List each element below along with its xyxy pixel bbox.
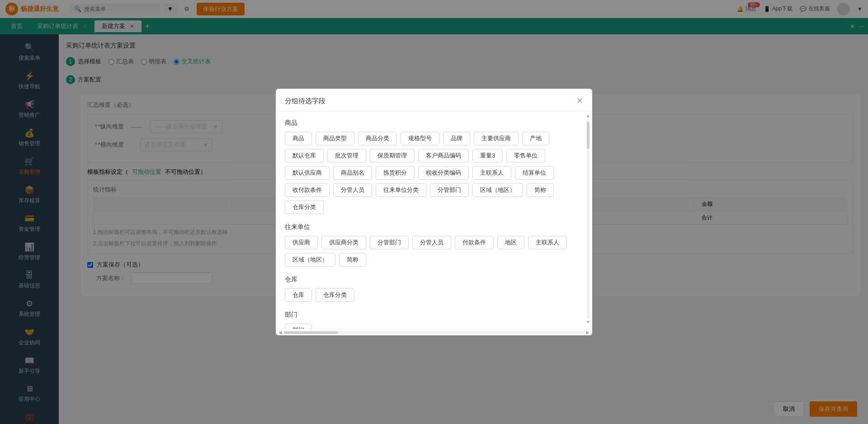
modal-overlay: 分组待选字段 ✕ ▲ ▼ 商品 商品 商品类型 商品分类 规格型号 品牌 主要供 bbox=[0, 0, 868, 424]
chip-origin[interactable]: 产地 bbox=[522, 132, 549, 145]
chip-product[interactable]: 商品 bbox=[285, 132, 312, 145]
chip-pick-points[interactable]: 拣货积分 bbox=[376, 166, 415, 180]
vscroll-track bbox=[587, 119, 590, 319]
chip-settle-unit[interactable]: 结算单位 bbox=[515, 166, 554, 180]
chip-default-supplier[interactable]: 默认供应商 bbox=[285, 166, 330, 180]
field-group-dept: 部门 部门 bbox=[285, 311, 583, 329]
chip-supplier-category[interactable]: 供应商分类 bbox=[321, 236, 366, 249]
chip-retail-unit[interactable]: 零售单位 bbox=[506, 149, 545, 162]
field-group-warehouse: 仓库 仓库 仓库分类 bbox=[285, 276, 583, 302]
chip-product-alias[interactable]: 商品别名 bbox=[333, 166, 372, 180]
chip-shelf-life[interactable]: 保质期管理 bbox=[370, 149, 415, 162]
dept-chips: 部门 bbox=[285, 324, 583, 329]
chip-area-counterpart[interactable]: 区域（地区） bbox=[285, 253, 335, 267]
field-group-counterpart-title: 往来单位 bbox=[285, 223, 583, 231]
modal-header: 分组待选字段 ✕ bbox=[276, 89, 592, 112]
chip-tax-code[interactable]: 税收分类编码 bbox=[418, 166, 469, 180]
chip-short-name-counterpart[interactable]: 简称 bbox=[339, 253, 366, 267]
chip-dept[interactable]: 部门 bbox=[285, 324, 312, 329]
chip-region-product[interactable]: 区域（地区） bbox=[472, 183, 523, 197]
chip-manager-dept[interactable]: 分管部门 bbox=[430, 183, 469, 197]
chip-payment-terms[interactable]: 收付款条件 bbox=[285, 183, 330, 197]
hscroll-left-arrow[interactable]: ◀ bbox=[278, 330, 282, 335]
hscroll-thumb[interactable] bbox=[284, 331, 338, 334]
counterpart-chips: 供应商 供应商分类 分管部门 分管人员 付款条件 地区 主联系人 区域（地区） … bbox=[285, 236, 583, 267]
chip-manager-staff[interactable]: 分管人员 bbox=[333, 183, 372, 197]
field-group-warehouse-title: 仓库 bbox=[285, 276, 583, 284]
modal-dialog: 分组待选字段 ✕ ▲ ▼ 商品 商品 商品类型 商品分类 规格型号 品牌 主要供 bbox=[276, 89, 592, 335]
field-group-counterpart: 往来单位 供应商 供应商分类 分管部门 分管人员 付款条件 地区 主联系人 区域… bbox=[285, 223, 583, 267]
chip-warehouse[interactable]: 仓库 bbox=[285, 288, 312, 302]
chip-counterpart-category[interactable]: 往来单位分类 bbox=[376, 183, 426, 197]
chip-dept-counterpart[interactable]: 分管部门 bbox=[370, 236, 409, 249]
chip-warehouse-category[interactable]: 仓库分类 bbox=[285, 200, 324, 214]
vscroll-wrapper: ▲ ▼ bbox=[585, 113, 591, 324]
vscroll-down-arrow[interactable]: ▼ bbox=[586, 319, 590, 324]
chip-default-warehouse[interactable]: 默认仓库 bbox=[285, 149, 324, 162]
chip-brand[interactable]: 品牌 bbox=[443, 132, 470, 145]
field-group-product-title: 商品 bbox=[285, 119, 583, 127]
vscroll-up-arrow[interactable]: ▲ bbox=[586, 113, 590, 118]
chip-weight3[interactable]: 重量3 bbox=[472, 149, 503, 162]
chip-customer-code[interactable]: 客户商品编码 bbox=[418, 149, 469, 162]
modal-hscroll: ◀ ▶ bbox=[276, 329, 592, 335]
product-chips: 商品 商品类型 商品分类 规格型号 品牌 主要供应商 产地 默认仓库 批次管理 … bbox=[285, 132, 583, 214]
vscroll-thumb[interactable] bbox=[587, 122, 590, 149]
warehouse-chips: 仓库 仓库分类 bbox=[285, 288, 583, 302]
chip-region-counterpart[interactable]: 地区 bbox=[497, 236, 524, 249]
chip-warehouse-cat[interactable]: 仓库分类 bbox=[316, 288, 354, 302]
chip-main-contact-counterpart[interactable]: 主联系人 bbox=[528, 236, 567, 249]
chip-staff-counterpart[interactable]: 分管人员 bbox=[412, 236, 451, 249]
chip-product-category[interactable]: 商品分类 bbox=[358, 132, 397, 145]
field-group-dept-title: 部门 bbox=[285, 311, 583, 319]
modal-title: 分组待选字段 bbox=[285, 97, 326, 105]
hscroll-right-arrow[interactable]: ▶ bbox=[586, 330, 590, 335]
chip-payment-condition[interactable]: 付款条件 bbox=[455, 236, 494, 249]
chip-main-contact[interactable]: 主联系人 bbox=[472, 166, 511, 180]
chip-main-supplier[interactable]: 主要供应商 bbox=[474, 132, 519, 145]
chip-batch-mgmt[interactable]: 批次管理 bbox=[327, 149, 366, 162]
hscroll-track bbox=[284, 331, 584, 334]
chip-product-type[interactable]: 商品类型 bbox=[316, 132, 354, 145]
chip-short-name-product[interactable]: 简称 bbox=[527, 183, 554, 197]
chip-supplier[interactable]: 供应商 bbox=[285, 236, 318, 249]
modal-close-button[interactable]: ✕ bbox=[576, 96, 583, 106]
field-group-product: 商品 商品 商品类型 商品分类 规格型号 品牌 主要供应商 产地 默认仓库 批次… bbox=[285, 119, 583, 214]
chip-spec-model[interactable]: 规格型号 bbox=[401, 132, 439, 145]
modal-body: 商品 商品 商品类型 商品分类 规格型号 品牌 主要供应商 产地 默认仓库 批次… bbox=[276, 112, 592, 329]
